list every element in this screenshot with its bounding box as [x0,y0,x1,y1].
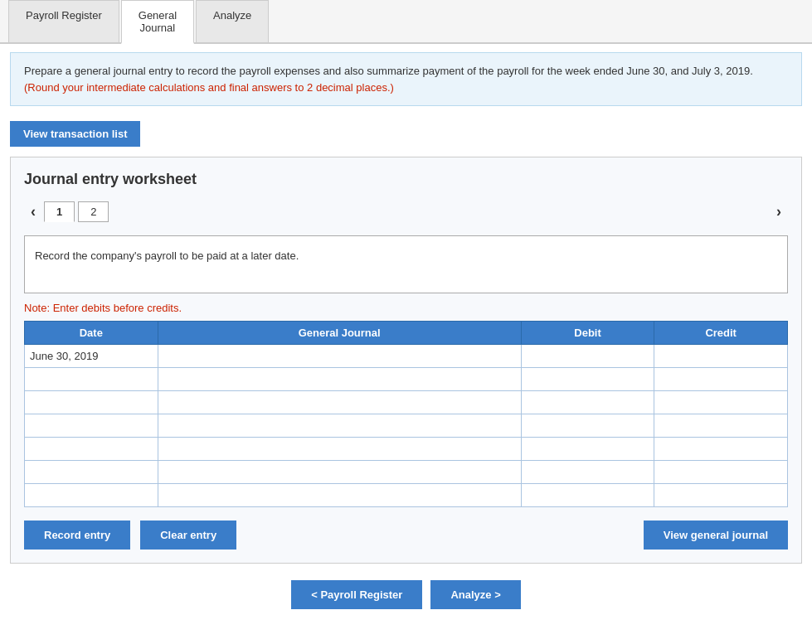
input-debit-4[interactable] [527,443,649,455]
cell-debit-2 [521,391,654,414]
cell-gj-6 [158,484,521,507]
input-credit-5[interactable] [659,466,782,478]
input-debit-3[interactable] [527,419,649,432]
cell-gj-0 [158,345,521,368]
cell-gj-5 [158,461,521,484]
input-credit-2[interactable] [659,396,782,409]
table-row [25,391,788,414]
info-highlight-text: (Round your intermediate calculations an… [24,81,394,94]
input-date-3[interactable] [30,419,153,432]
input-date-5[interactable] [30,466,153,478]
cell-debit-1 [521,368,654,391]
input-debit-6[interactable] [527,489,649,501]
cell-date-2 [25,391,158,414]
table-row [25,484,788,507]
cell-credit-5 [654,461,788,484]
tab-general-journal[interactable]: GeneralJournal [121,0,194,44]
cell-date-5 [25,461,158,484]
note-text: Note: Enter debits before credits. [24,302,788,314]
cell-credit-3 [654,414,788,438]
input-gj-5[interactable] [163,466,516,478]
input-gj-2[interactable] [163,396,516,409]
table-row [25,368,788,391]
cell-date-1 [25,368,158,391]
cell-credit-1 [654,368,788,391]
input-date-4[interactable] [30,443,153,455]
input-debit-0[interactable] [527,350,649,362]
page-tab-2[interactable]: 2 [78,201,109,222]
view-general-journal-button[interactable]: View general journal [644,521,788,550]
page-tab-1[interactable]: 1 [44,201,75,222]
tab-payroll-register[interactable]: Payroll Register [8,0,119,42]
date-value-0: June 30, 2019 [30,350,98,362]
input-gj-4[interactable] [163,443,516,455]
cell-debit-0 [521,345,654,368]
input-debit-5[interactable] [527,466,649,478]
input-gj-1[interactable] [163,373,516,385]
info-main-text: Prepare a general journal entry to recor… [24,65,753,77]
col-header-gj: General Journal [158,322,521,345]
description-box: Record the company's payroll to be paid … [24,235,788,293]
prev-page-arrow[interactable]: ‹ [24,200,42,224]
cell-debit-3 [521,414,654,438]
col-header-date: Date [25,322,158,345]
input-date-2[interactable] [30,396,153,409]
cell-date-3 [25,414,158,438]
table-row [25,438,788,461]
cell-date-4 [25,438,158,461]
next-page-arrow[interactable]: › [770,200,788,224]
cell-debit-5 [521,461,654,484]
input-credit-6[interactable] [659,489,782,501]
input-gj-3[interactable] [163,419,516,432]
bottom-prev-button[interactable]: < Payroll Register [291,580,422,609]
worksheet-container: Journal entry worksheet ‹ 1 2 › Record t… [10,157,802,564]
table-row: June 30, 2019 [25,345,788,368]
cell-date-0: June 30, 2019 [25,345,158,368]
cell-credit-2 [654,391,788,414]
page-nav-row: ‹ 1 2 › [24,200,788,224]
tab-bar: Payroll Register GeneralJournal Analyze [0,0,812,44]
table-row [25,414,788,438]
input-credit-3[interactable] [659,419,782,432]
cell-debit-6 [521,484,654,507]
cell-credit-0 [654,345,788,368]
action-buttons: Record entry Clear entry View general jo… [24,521,788,550]
input-credit-4[interactable] [659,443,782,455]
journal-table: Date General Journal Debit Credit June 3… [24,321,788,507]
input-credit-0[interactable] [659,350,782,362]
cell-gj-3 [158,414,521,438]
worksheet-title: Journal entry worksheet [24,171,788,188]
input-gj-6[interactable] [163,489,516,501]
info-box: Prepare a general journal entry to recor… [10,52,802,106]
col-header-credit: Credit [654,322,788,345]
tab-analyze[interactable]: Analyze [196,0,269,42]
input-gj-0[interactable] [163,350,516,362]
input-credit-1[interactable] [659,373,782,385]
cell-credit-4 [654,438,788,461]
view-transaction-button[interactable]: View transaction list [10,121,140,147]
cell-date-6 [25,484,158,507]
cell-gj-4 [158,438,521,461]
input-date-6[interactable] [30,489,153,501]
description-text: Record the company's payroll to be paid … [35,249,299,262]
col-header-debit: Debit [521,322,654,345]
input-debit-2[interactable] [527,396,649,409]
page-wrapper: Payroll Register GeneralJournal Analyze … [0,0,812,644]
table-row [25,461,788,484]
input-debit-1[interactable] [527,373,649,385]
cell-gj-2 [158,391,521,414]
bottom-next-button[interactable]: Analyze > [430,580,520,609]
input-date-1[interactable] [30,373,153,385]
clear-entry-button[interactable]: Clear entry [140,521,236,550]
cell-debit-4 [521,438,654,461]
cell-gj-1 [158,368,521,391]
record-entry-button[interactable]: Record entry [24,521,130,550]
cell-credit-6 [654,484,788,507]
bottom-nav: < Payroll Register Analyze > [0,580,812,609]
